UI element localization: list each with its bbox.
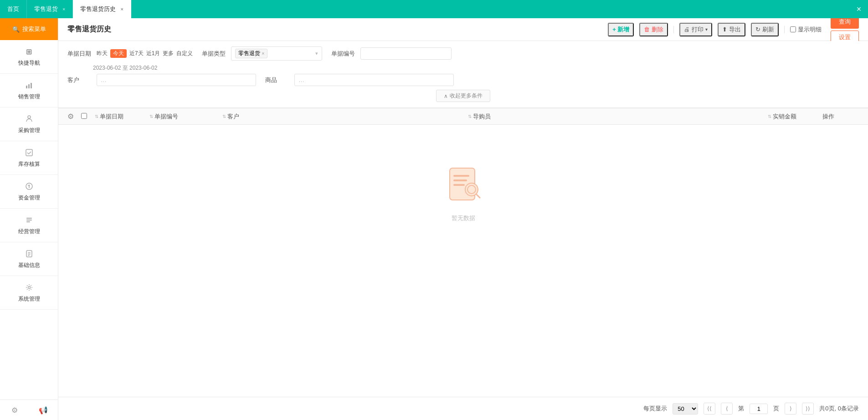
per-page-select[interactable]: 50 10 20 100	[673, 403, 698, 415]
tab-bar: 首页 零售退货 × 零售退货历史 ×	[0, 0, 850, 18]
col-header-date[interactable]: ⇅ 单据日期	[95, 113, 149, 121]
sidebar-item-system-mgmt[interactable]: 系统管理	[0, 276, 58, 310]
tab-home[interactable]: 首页	[0, 0, 27, 18]
customer-filter-label: 客户	[67, 76, 93, 84]
shortcut-more[interactable]: 更多	[163, 50, 174, 57]
pagination: 每页显示 50 10 20 100 ⟨⟨ ⟨ 第 页 ⟩ ⟩⟩ 共0页, 0条记…	[58, 397, 868, 420]
sidebar-item-operation-mgmt[interactable]: 经营管理	[0, 209, 58, 242]
refresh-button[interactable]: ↻ 刷新	[751, 23, 779, 36]
svg-rect-1	[28, 84, 30, 88]
type-select[interactable]: 零售退货 × ▾	[231, 46, 322, 61]
sidebar-item-quick-nav[interactable]: ⊞ 快捷导航	[0, 40, 58, 74]
date-filter-label: 单据日期	[67, 50, 93, 58]
collapse-button[interactable]: ∧ 收起更多条件	[436, 90, 490, 102]
col-header-amount[interactable]: ⇅ 实销金额	[768, 113, 822, 121]
svg-rect-10	[28, 252, 31, 253]
quick-nav-icon: ⊞	[24, 46, 34, 56]
table-select-all[interactable]	[81, 113, 95, 121]
col-date-sort-icon: ⇅	[95, 114, 98, 119]
number-filter-group: 单据编号	[331, 47, 452, 60]
col-customer-label: 客户	[227, 113, 239, 121]
settings-button[interactable]: ⚙	[0, 400, 29, 420]
page-title: 零售退货历史	[67, 25, 111, 34]
export-label: 导出	[729, 26, 741, 34]
top-bar: 首页 零售退货 × 零售退货历史 × ×	[0, 0, 868, 18]
tab-retail-return-close[interactable]: ×	[62, 6, 65, 12]
print-chevron-icon: ▾	[705, 27, 708, 32]
select-all-checkbox[interactable]	[81, 113, 87, 119]
col-guide-sort-icon: ⇅	[468, 114, 472, 119]
shortcut-1month[interactable]: 近1月	[146, 50, 160, 57]
query-button[interactable]: 查询	[831, 18, 859, 29]
type-select-chevron-icon: ▾	[315, 51, 318, 56]
type-tag-remove[interactable]: ×	[262, 51, 264, 56]
first-page-button[interactable]: ⟨⟨	[704, 403, 715, 415]
sidebar-item-quick-nav-label: 快捷导航	[18, 59, 40, 67]
filter-area: 单据日期 昨天 今天 近7天 近1月 更多 自定义 单据类型	[58, 41, 868, 108]
col-amount-sort-icon: ⇅	[768, 114, 771, 119]
sidebar-item-fund-mgmt-label: 资金管理	[18, 194, 40, 202]
shortcut-custom[interactable]: 自定义	[176, 50, 193, 57]
goods-filter-group: 商品 …	[265, 74, 454, 86]
sidebar-item-fund-mgmt[interactable]: 资金管理	[0, 175, 58, 209]
empty-text: 暂无数据	[452, 214, 475, 222]
svg-point-13	[28, 287, 30, 289]
goods-input[interactable]: …	[294, 74, 454, 86]
sidebar-bottom: ⚙ 📢	[0, 400, 58, 420]
tab-retail-return-history[interactable]: 零售退货历史 ×	[73, 0, 131, 18]
page-number-input[interactable]	[750, 404, 768, 414]
next-page-button[interactable]: ⟩	[785, 403, 796, 415]
col-header-customer[interactable]: ⇅ 客户	[222, 113, 468, 121]
col-guide-label: 导购员	[473, 113, 491, 121]
col-action-label: 操作	[822, 113, 834, 121]
window-close-button[interactable]: ×	[850, 0, 868, 18]
type-tag: 零售退货 ×	[235, 49, 267, 58]
sidebar: 🔍 搜索菜单 ⊞ 快捷导航 销售管理 采购管理 库存核算	[0, 18, 58, 420]
new-button[interactable]: + 新增	[608, 23, 634, 36]
filter-row-2: 客户 … 商品 …	[67, 74, 859, 86]
print-icon: 🖨	[684, 26, 690, 33]
empty-illustration	[441, 161, 486, 207]
tab-retail-return[interactable]: 零售退货 ×	[27, 0, 73, 18]
last-page-button[interactable]: ⟩⟩	[802, 403, 814, 415]
refresh-icon: ↻	[755, 26, 760, 33]
speaker-button[interactable]: 📢	[29, 400, 58, 420]
table-container: ⚙ ⇅ 单据日期 ⇅ 单据编号 ⇅ 客户 ⇅ 导购员	[58, 108, 868, 397]
col-header-number[interactable]: ⇅ 单据编号	[149, 113, 222, 121]
customer-placeholder: …	[101, 77, 107, 83]
sidebar-item-system-mgmt-label: 系统管理	[18, 295, 40, 303]
page-header: 零售退货历史 + 新增 🗑 删除 🖨 打印 ▾ ⬆ 导出 ↻ 刷新	[58, 18, 868, 41]
prev-page-button[interactable]: ⟨	[721, 403, 733, 415]
delete-button[interactable]: 🗑 删除	[639, 23, 668, 36]
table-settings-icon[interactable]: ⚙	[67, 112, 81, 121]
sidebar-search[interactable]: 🔍 搜索菜单	[0, 18, 58, 40]
col-header-guide[interactable]: ⇅ 导购员	[468, 113, 523, 121]
sidebar-item-inventory-check[interactable]: 库存核算	[0, 141, 58, 175]
sidebar-item-sales-mgmt-label: 销售管理	[18, 93, 40, 101]
shortcut-today[interactable]: 今天	[110, 49, 127, 58]
total-records: 共0页, 0条记录	[819, 405, 859, 413]
sidebar-item-basic-info-label: 基础信息	[18, 261, 40, 269]
fund-mgmt-icon	[24, 181, 34, 191]
purchase-mgmt-icon	[24, 114, 34, 124]
goods-filter-label: 商品	[265, 76, 291, 84]
display-detail-input[interactable]	[790, 26, 796, 32]
sidebar-item-basic-info[interactable]: 基础信息	[0, 242, 58, 276]
page-suffix: 页	[773, 405, 779, 413]
sidebar-item-purchase-mgmt-label: 采购管理	[18, 127, 40, 134]
display-detail-checkbox[interactable]: 显示明细	[790, 26, 822, 34]
sidebar-item-purchase-mgmt[interactable]: 采购管理	[0, 108, 58, 141]
tab-retail-return-history-close[interactable]: ×	[120, 6, 123, 12]
sidebar-item-sales-mgmt[interactable]: 销售管理	[0, 74, 58, 108]
shortcut-7days[interactable]: 近7天	[129, 50, 144, 57]
print-button[interactable]: 🖨 打印 ▾	[679, 23, 712, 36]
refresh-label: 刷新	[762, 26, 774, 34]
customer-input[interactable]: …	[97, 74, 256, 86]
number-input[interactable]	[360, 47, 452, 60]
export-button[interactable]: ⬆ 导出	[718, 23, 745, 36]
col-date-label: 单据日期	[100, 113, 123, 121]
per-page-label: 每页显示	[643, 405, 667, 413]
basic-info-icon	[24, 249, 34, 259]
tab-retail-return-history-label: 零售退货历史	[80, 5, 116, 13]
shortcut-yesterday[interactable]: 昨天	[97, 50, 108, 57]
